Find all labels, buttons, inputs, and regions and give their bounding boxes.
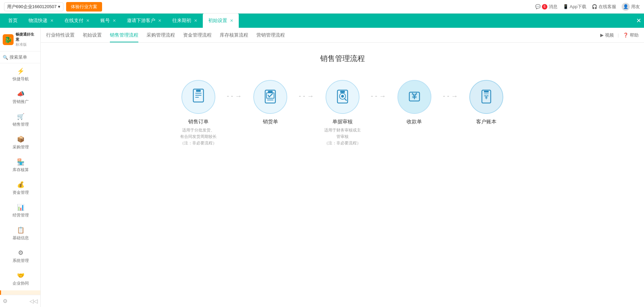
sidebar-item-collab-label: 企业协同 bbox=[13, 281, 29, 286]
service-icon: 🎧 bbox=[592, 4, 597, 9]
logo-line2: 标准版 bbox=[16, 42, 38, 47]
sub-nav: 行业特性设置 初始设置 销售管理流程 采购管理流程 资金管理流程 库存核算流程 bbox=[41, 28, 644, 43]
message-item[interactable]: 💬 6 消息 bbox=[535, 4, 558, 10]
sidebar-item-quick-label: 快捷导航 bbox=[13, 76, 29, 82]
trial-button[interactable]: 体验行业方案 bbox=[66, 2, 102, 12]
flow-step-receipt[interactable]: ¥ ¥ 收款单 bbox=[387, 80, 442, 127]
sidebar-item-operation[interactable]: 📊 经营管理 bbox=[0, 200, 40, 222]
help-item[interactable]: ❓ 帮助 bbox=[623, 32, 639, 38]
sidebar-item-operation-label: 经营管理 bbox=[13, 212, 29, 218]
tab-payment[interactable]: 在线支付 ✕ bbox=[59, 14, 95, 28]
sub-tab-finance-flow[interactable]: 资金管理流程 bbox=[183, 28, 212, 42]
tab-payment-close[interactable]: ✕ bbox=[86, 18, 90, 23]
sub-tab-industry-label: 行业特性设置 bbox=[46, 32, 75, 38]
message-badge: 6 bbox=[542, 4, 547, 9]
svg-rect-23 bbox=[484, 91, 489, 93]
tab-invite[interactable]: 邀请下游客户 ✕ bbox=[121, 14, 167, 28]
sales-order-icon bbox=[190, 87, 207, 107]
sub-tab-initial-label: 初始设置 bbox=[83, 32, 102, 38]
flow-content: 销售管理流程 bbox=[41, 43, 644, 307]
flow-step-sales-order[interactable]: 销售订单 适用于分批发货、有合同发货周期较长（注：非必要流程） bbox=[171, 80, 226, 147]
svg-text:¥: ¥ bbox=[412, 93, 416, 100]
sidebar-logo: 🐉 畅捷通好生意 标准版 bbox=[0, 28, 40, 52]
avatar-icon: 👤 bbox=[622, 3, 630, 11]
delivery-name: 销货单 bbox=[263, 119, 278, 125]
sidebar-item-purchase-label: 采购管理 bbox=[13, 144, 29, 150]
tab-period-close[interactable]: ✕ bbox=[194, 18, 197, 23]
sidebar-items: ⚡ 快捷导航 📣 营销推广 🛒 销售管理 📦 采购管理 🏪 库存核算 💰 bbox=[0, 63, 40, 295]
flow-step-review[interactable]: 单据审核 适用于财务审核或主管审核（注：非必要流程） bbox=[315, 80, 370, 147]
tab-account-close[interactable]: ✕ bbox=[113, 18, 116, 23]
sub-tab-marketing-flow-label: 营销管理流程 bbox=[256, 32, 285, 38]
top-bar: 用户690企业1660120507 ▾ 体验行业方案 💬 6 消息 📱 App下… bbox=[0, 0, 644, 14]
app-download-item[interactable]: 📱 App下载 bbox=[563, 4, 586, 10]
sidebar-search[interactable]: 🔍 搜索菜单 bbox=[0, 52, 40, 63]
sub-tab-marketing-flow[interactable]: 营销管理流程 bbox=[256, 28, 285, 42]
collapse-icon[interactable]: ◁◁ bbox=[30, 298, 38, 304]
sub-tab-industry[interactable]: 行业特性设置 bbox=[46, 28, 75, 42]
sub-tab-sales-flow[interactable]: 销售管理流程 bbox=[110, 28, 138, 42]
logo-icon: 🐉 bbox=[3, 34, 14, 45]
search-label: 搜索菜单 bbox=[9, 54, 27, 60]
sub-tab-initial[interactable]: 初始设置 bbox=[83, 28, 102, 42]
finance-icon: 💰 bbox=[17, 181, 24, 188]
user-avatar-item[interactable]: 👤 用友 bbox=[622, 3, 640, 11]
sidebar-item-collab[interactable]: 🤝 企业协同 bbox=[0, 268, 40, 290]
tab-setup-close[interactable]: ✕ bbox=[230, 18, 233, 23]
sub-tab-purchase-flow[interactable]: 采购管理流程 bbox=[147, 28, 175, 42]
sales-order-name: 销售订单 bbox=[188, 119, 209, 125]
review-icon bbox=[334, 88, 351, 106]
sub-tab-inventory-flow[interactable]: 库存核算流程 bbox=[220, 28, 248, 42]
sidebar: 🐉 畅捷通好生意 标准版 🔍 搜索菜单 ⚡ 快捷导航 📣 营销推广 🛒 销售管理 bbox=[0, 28, 41, 307]
flow-step-ledger[interactable]: ¥ 客户账本 bbox=[459, 80, 513, 127]
sub-nav-right: ▶ 视频 | ❓ 帮助 bbox=[600, 32, 639, 38]
flow-step-delivery[interactable]: 销货单 bbox=[243, 80, 297, 127]
inventory-icon: 🏪 bbox=[17, 158, 24, 166]
marketing-promo-icon: 📣 bbox=[17, 90, 24, 98]
sales-order-desc: 适用于分批发货、有合同发货周期较长（注：非必要流程） bbox=[180, 127, 217, 147]
nav-close-all-button[interactable]: ✕ bbox=[636, 17, 641, 24]
flow-circle-review bbox=[326, 80, 359, 114]
tab-invite-close[interactable]: ✕ bbox=[158, 18, 161, 23]
tab-account[interactable]: 账号 ✕ bbox=[95, 14, 121, 28]
video-item[interactable]: ▶ 视频 bbox=[600, 32, 614, 38]
svg-rect-4 bbox=[196, 90, 201, 92]
content-area: 行业特性设置 初始设置 销售管理流程 采购管理流程 资金管理流程 库存核算流程 bbox=[41, 28, 644, 307]
tab-logistics[interactable]: 物流快递 ✕ bbox=[23, 14, 59, 28]
settings-icon[interactable]: ⚙ bbox=[3, 298, 7, 304]
sidebar-item-marketing-promo[interactable]: 📣 营销推广 bbox=[0, 86, 40, 109]
chevron-down-icon: ▾ bbox=[58, 4, 60, 9]
tab-logistics-close[interactable]: ✕ bbox=[50, 18, 54, 23]
sidebar-item-inventory[interactable]: 🏪 库存核算 bbox=[0, 154, 40, 177]
online-service-label: 在线客服 bbox=[599, 4, 616, 10]
app-download-label: App下载 bbox=[570, 4, 586, 10]
sidebar-item-sales[interactable]: 🛒 销售管理 bbox=[0, 109, 40, 131]
tab-home[interactable]: 首页 bbox=[3, 14, 23, 28]
flow-arrow-3: - - → bbox=[370, 92, 387, 100]
tab-setup[interactable]: 初始设置 ✕ bbox=[203, 14, 239, 28]
flow-arrow-4: - - → bbox=[442, 92, 459, 100]
user-select[interactable]: 用户690企业1660120507 ▾ bbox=[4, 2, 63, 11]
logo-text: 畅捷通好生意 标准版 bbox=[16, 32, 38, 47]
tab-invite-label: 邀请下游客户 bbox=[127, 18, 155, 24]
sidebar-item-system[interactable]: ⚙ 系统管理 bbox=[0, 245, 40, 268]
video-icon: ▶ bbox=[600, 33, 604, 38]
online-service-item[interactable]: 🎧 在线客服 bbox=[592, 4, 616, 10]
sub-tab-sales-flow-label: 销售管理流程 bbox=[110, 32, 138, 38]
sidebar-item-purchase[interactable]: 📦 采购管理 bbox=[0, 131, 40, 154]
operation-icon: 📊 bbox=[17, 204, 24, 211]
main-layout: 🐉 畅捷通好生意 标准版 🔍 搜索菜单 ⚡ 快捷导航 📣 营销推广 🛒 销售管理 bbox=[0, 28, 644, 307]
tab-period-label: 往来期初 bbox=[172, 18, 191, 24]
flow-circle-ledger: ¥ bbox=[469, 80, 503, 114]
flow-circle-delivery bbox=[253, 80, 287, 114]
tab-period[interactable]: 往来期初 ✕ bbox=[167, 14, 203, 28]
sidebar-item-quick[interactable]: ⚡ 快捷导航 bbox=[0, 63, 40, 86]
sidebar-item-guide[interactable]: 🧭 新手引导 bbox=[0, 290, 40, 295]
sidebar-item-basic[interactable]: 📋 基础信息 bbox=[0, 222, 40, 245]
tab-setup-label: 初始设置 bbox=[208, 18, 227, 24]
sidebar-item-basic-label: 基础信息 bbox=[13, 235, 29, 241]
sidebar-item-finance[interactable]: 💰 资金管理 bbox=[0, 177, 40, 200]
top-bar-left: 用户690企业1660120507 ▾ 体验行业方案 bbox=[4, 2, 102, 12]
flow-diagram: 销售订单 适用于分批发货、有合同发货周期较长（注：非必要流程） - - → bbox=[49, 80, 636, 147]
sub-tab-inventory-flow-label: 库存核算流程 bbox=[220, 32, 248, 38]
